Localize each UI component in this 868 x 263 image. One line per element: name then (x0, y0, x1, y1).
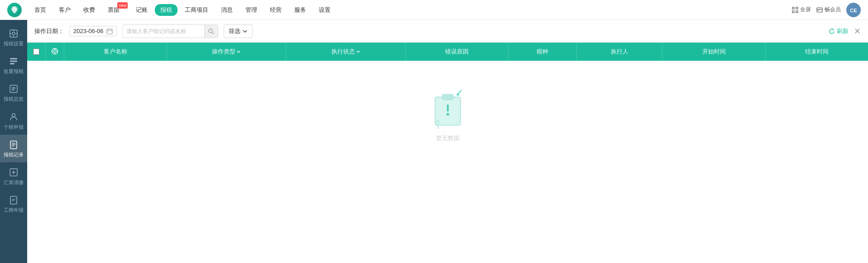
sidebar-item-settlement[interactable]: 汇算清缴 (0, 162, 27, 190)
nav-tax[interactable]: 报税 (155, 4, 177, 16)
nav-billing[interactable]: 收费 (78, 4, 101, 16)
nav-business[interactable]: 工商项目 (179, 4, 214, 16)
new-badge: new (117, 2, 128, 9)
th-error: 错误原因 (405, 43, 508, 61)
toolbar: 操作日期： 2023-06-06 (27, 20, 868, 43)
sidebar-label-tax-summary: 报税总览 (4, 96, 24, 102)
search-button[interactable] (204, 24, 218, 38)
svg-rect-7 (818, 10, 819, 11)
toolbar-right: 刷新 ✕ (829, 26, 861, 36)
sidebar-item-tax-summary[interactable]: 报税总览 (0, 79, 27, 107)
annual-report-icon (8, 195, 19, 205)
close-button[interactable]: ✕ (854, 26, 861, 36)
search-input-wrap (122, 24, 218, 38)
nav-operation[interactable]: 经营 (264, 4, 287, 16)
filter-icon-optype (236, 49, 241, 54)
date-label: 操作日期： (34, 27, 64, 35)
th-endtime: 结束时间 (766, 43, 868, 61)
sidebar-item-annual-report[interactable]: 工商年报 (0, 190, 27, 218)
data-table: 客户名称 操作类型 执行状态 (27, 43, 868, 161)
logo[interactable] (7, 3, 22, 17)
empty-state: 暂无数据 (27, 61, 868, 161)
member-icon (816, 7, 823, 13)
table-header-row: 客户名称 操作类型 执行状态 (27, 43, 868, 61)
tax-record-icon (8, 139, 19, 150)
table-wrap: 客户名称 操作类型 执行状态 (27, 43, 868, 263)
empty-text: 暂无数据 (436, 134, 460, 142)
personal-tax-icon (8, 112, 19, 122)
empty-icon (430, 88, 466, 129)
th-starttime: 开始时间 (662, 43, 766, 61)
sidebar-label-annual-report: 工商年报 (4, 207, 24, 213)
sidebar-item-tax-record[interactable]: 报税记录 (0, 135, 27, 162)
filter-icon-status (356, 49, 360, 54)
calendar-icon (106, 28, 113, 34)
th-executor: 执行人 (577, 43, 662, 61)
nav-settings[interactable]: 设置 (313, 4, 336, 16)
settings-icon (51, 48, 58, 55)
batch-tax-icon (8, 56, 19, 67)
nav-invoice[interactable]: 票据 new (102, 4, 129, 16)
refresh-button[interactable]: 刷新 (829, 27, 849, 35)
nav-account[interactable]: 记账 (130, 4, 153, 16)
nav-service[interactable]: 服务 (289, 4, 312, 16)
th-status[interactable]: 执行状态 (286, 43, 405, 61)
chevron-down-icon (242, 29, 248, 34)
svg-point-11 (12, 32, 15, 35)
svg-line-37 (212, 32, 214, 34)
date-value: 2023-06-06 (73, 28, 104, 34)
filter-label: 筛选 (229, 27, 240, 35)
fullscreen-button[interactable]: 全屏 (792, 6, 811, 14)
svg-rect-17 (10, 61, 17, 62)
member-button[interactable]: 畅会员 (816, 6, 841, 14)
sidebar-label-batch-tax: 批量报税 (4, 68, 24, 74)
tax-summary-icon (8, 83, 19, 94)
top-nav: 首页 客户 收费 票据 new 记账 报税 工商项目 消息 管理 经营 服务 设… (0, 0, 868, 20)
refresh-icon (829, 28, 835, 34)
sidebar-label-tax-settings: 报税设置 (4, 41, 24, 47)
nav-home[interactable]: 首页 (29, 4, 52, 16)
settlement-icon (8, 167, 19, 178)
sidebar-label-settlement: 汇算清缴 (4, 180, 24, 185)
table-body: 暂无数据 (27, 61, 868, 161)
search-icon (208, 28, 214, 34)
sidebar-item-batch-tax[interactable]: 批量报税 (0, 51, 27, 79)
nav-message[interactable]: 消息 (216, 4, 238, 16)
th-settings[interactable] (45, 43, 64, 61)
filter-button[interactable]: 筛选 (224, 24, 253, 38)
svg-rect-3 (792, 11, 794, 13)
th-checkbox[interactable] (27, 43, 45, 61)
svg-rect-16 (10, 58, 17, 59)
empty-state-cell: 暂无数据 (27, 61, 868, 161)
svg-point-36 (209, 29, 212, 33)
th-customer: 客户名称 (64, 43, 167, 61)
top-nav-right: 全屏 畅会员 CE (792, 3, 861, 17)
nav-customer[interactable]: 客户 (53, 4, 76, 16)
svg-rect-32 (107, 29, 112, 34)
select-all-checkbox[interactable] (33, 49, 39, 55)
svg-point-23 (12, 113, 15, 117)
sidebar-item-tax-settings[interactable]: 报税设置 (0, 24, 27, 51)
empty-state-row: 暂无数据 (27, 61, 868, 161)
svg-text:CE: CE (850, 8, 857, 13)
svg-point-38 (53, 50, 56, 53)
content-area: 操作日期： 2023-06-06 (27, 20, 868, 263)
sidebar: 报税设置 批量报税 报税总览 (0, 20, 27, 263)
svg-point-50 (436, 120, 440, 124)
svg-point-0 (14, 8, 16, 10)
avatar[interactable]: CE (846, 3, 861, 17)
sidebar-label-personal-tax: 个税申报 (4, 124, 24, 130)
refresh-label: 刷新 (837, 27, 849, 35)
sidebar-item-personal-tax[interactable]: 个税申报 (0, 107, 27, 135)
svg-rect-47 (447, 104, 449, 112)
svg-point-46 (446, 113, 449, 116)
sidebar-label-tax-record: 报税记录 (4, 152, 24, 158)
svg-rect-4 (796, 11, 798, 13)
th-taxtype: 税种 (508, 43, 577, 61)
th-optype[interactable]: 操作类型 (167, 43, 286, 61)
svg-rect-2 (796, 7, 798, 9)
search-input[interactable] (123, 28, 204, 34)
nav-management[interactable]: 管理 (240, 4, 263, 16)
fullscreen-icon (792, 7, 798, 13)
date-input[interactable]: 2023-06-06 (69, 26, 117, 36)
